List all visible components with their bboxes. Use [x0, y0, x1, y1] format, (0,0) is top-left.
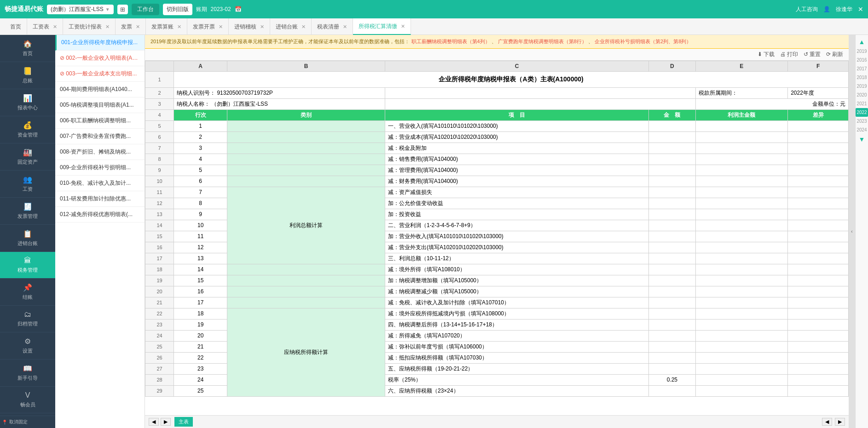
timeline-down-arrow[interactable]: ▼	[857, 134, 867, 144]
report-item-001[interactable]: 001-企业所得税年度纳税申报...	[55, 35, 145, 51]
spreadsheet-container[interactable]: A B C D E F 1 企业所得税年度纳税申报表（A类）主表(A100000…	[145, 61, 849, 416]
timeline-2023[interactable]: 2023	[856, 117, 868, 126]
tab-tax-list-close[interactable]: ✕	[343, 18, 347, 35]
sheet-prev-btn[interactable]: ◀	[149, 418, 159, 426]
report-item-004[interactable]: 004-期间费用明细表(A1040...	[55, 82, 145, 97]
tab-invoice-calc[interactable]: 发票算账 ✕	[146, 18, 187, 35]
sidebar-item-home[interactable]: 🏠 首页	[0, 35, 55, 62]
timeline-2024[interactable]: 2024	[856, 126, 868, 134]
table-row-7: 7 3 减：税金及附加	[145, 143, 849, 154]
sidebar-item-tax[interactable]: 🏛 税务管理	[0, 252, 55, 279]
sidebar-item-wages[interactable]: 👥 工资	[0, 171, 55, 198]
company-selector[interactable]: (勿删）江西服宝-LSS ▼	[47, 5, 114, 14]
report-item-012[interactable]: 012-减免所得税优惠明细表(...	[55, 207, 145, 223]
tab-wages[interactable]: 工资表 ✕	[27, 18, 63, 35]
cell-7d	[649, 143, 695, 154]
collapse-panel-btn[interactable]: ‹	[849, 35, 855, 428]
scroll-right-btn[interactable]: ▶	[835, 418, 845, 426]
report-item-006[interactable]: 006-职工薪酬纳税调整明细...	[55, 113, 145, 129]
sidebar-item-assets[interactable]: 🏭 固定资产	[0, 143, 55, 171]
sheet-nav: ◀ ▶	[149, 418, 171, 426]
report-item-008[interactable]: 008-资产折旧、摊销及纳税...	[55, 144, 145, 160]
tab-wages-close[interactable]: ✕	[53, 18, 57, 35]
tab-income-tax[interactable]: 所得税汇算清缴 ✕	[353, 18, 411, 35]
report-item-010[interactable]: 010-免税、减计收入及加计...	[55, 176, 145, 191]
sidebar: 🏠 首页 📒 总账 📊 报表中心 💰 资金管理 🏭 固定资产 👥 工资 🧾 发票…	[0, 35, 55, 428]
settings-icon: ⚙	[24, 337, 31, 346]
reset-icon: ↺	[804, 51, 808, 57]
download-button[interactable]: ⬇ 下载	[758, 51, 775, 58]
report-item-009[interactable]: 009-企业所得税补亏损明细...	[55, 160, 145, 176]
cell-14f	[788, 220, 849, 231]
tab-invoice-calc-close[interactable]: ✕	[177, 18, 181, 35]
cell-25c: 减：弥补以前年度亏损（填写A106000）	[385, 341, 648, 352]
tab-purchase-ledger[interactable]: 进销台账 ✕	[270, 18, 312, 35]
tab-invoice[interactable]: 发票 ✕	[116, 18, 146, 35]
timeline-up-arrow[interactable]: ▲	[857, 37, 867, 47]
warning-link-3[interactable]: 企业所得税补亏损明细表（第2列、第8列）	[595, 39, 691, 44]
cell-26a: 22	[174, 352, 227, 363]
cell-29f	[788, 385, 849, 396]
sidebar-item-sales-ledger[interactable]: 📋 进销台账	[0, 225, 55, 252]
report-item-003[interactable]: 003-一般企业成本支出明细...	[55, 66, 145, 82]
copy-icon-btn[interactable]: ⊞	[117, 5, 128, 14]
cell-29e	[695, 385, 788, 396]
close-window-icon[interactable]: ✕	[858, 6, 863, 13]
tab-purchase-verify-close[interactable]: ✕	[260, 18, 264, 35]
cell-11d	[649, 187, 695, 198]
ai-service[interactable]: 人工咨询	[796, 6, 818, 13]
timeline-2019b[interactable]: 2019	[856, 82, 868, 91]
reset-button[interactable]: ↺ 重置	[804, 51, 821, 58]
warning-link-1[interactable]: 职工薪酬纳税调整明细表（第4列）	[411, 39, 490, 44]
cancel-fixed-label: 取消固定	[9, 419, 28, 425]
cell-6f	[788, 131, 849, 143]
rownum-24: 24	[145, 330, 174, 341]
timeline-2020[interactable]: 2020	[856, 91, 868, 99]
sidebar-item-close-period[interactable]: 📌 结账	[0, 279, 55, 306]
timeline-2022[interactable]: 2022	[856, 108, 868, 117]
cancel-fixed-btn[interactable]: 📍 取消固定	[0, 416, 55, 428]
tab-home[interactable]: 首页	[5, 18, 27, 35]
warning-link-2[interactable]: 广宣费跑年度纳税调整明细表（第8行）	[498, 39, 587, 44]
report-item-005[interactable]: 005-纳税调整项目明细表(A1...	[55, 97, 145, 113]
sidebar-label-funds: 资金管理	[17, 131, 38, 138]
main-sheet-tab[interactable]: 主表	[174, 417, 193, 427]
sidebar-item-reports[interactable]: 📊 报表中心	[0, 89, 55, 116]
tab-invoice-open-close[interactable]: ✕	[219, 18, 223, 35]
tab-wages-stats-close[interactable]: ✕	[105, 18, 110, 35]
sidebar-item-archive[interactable]: 🗂 归档管理	[0, 306, 55, 332]
sidebar-item-guide[interactable]: 📖 新手引导	[0, 360, 55, 387]
timeline-2016[interactable]: 2016	[856, 56, 868, 64]
tab-purchase-verify[interactable]: 进销稽核 ✕	[229, 18, 270, 35]
refresh-button[interactable]: ⟳ 刷新	[826, 51, 843, 58]
timeline-2018[interactable]: 2018	[856, 73, 868, 82]
print-button[interactable]: 🖨 打印	[780, 51, 798, 58]
tab-invoice-open[interactable]: 发票开票 ✕	[187, 18, 229, 35]
sidebar-item-ledger[interactable]: 📒 总账	[0, 62, 55, 89]
sidebar-item-settings[interactable]: ⚙ 设置	[0, 332, 55, 360]
report-item-011[interactable]: 011-研发费用加计扣除优惠...	[55, 191, 145, 207]
report-item-007[interactable]: 007-广告费和业务宣传费跑...	[55, 129, 145, 144]
timeline-2021[interactable]: 2021	[856, 99, 868, 108]
timeline-2019[interactable]: 2019	[856, 47, 868, 56]
tab-income-tax-close[interactable]: ✕	[401, 18, 405, 34]
tab-tax-list[interactable]: 税表清册 ✕	[312, 18, 353, 35]
scroll-left-btn[interactable]: ◀	[822, 418, 832, 426]
report-item-002[interactable]: 002-一般企业收入明细表(A1...	[55, 51, 145, 66]
company-name: (勿删）江西服宝-LSS	[51, 6, 104, 13]
cell-8e	[695, 154, 788, 165]
tab-invoice-close[interactable]: ✕	[136, 18, 140, 35]
cell-8a: 4	[174, 154, 227, 165]
sidebar-item-member[interactable]: V 畅会员	[0, 387, 55, 413]
cell-25a: 21	[174, 341, 227, 352]
sidebar-item-funds[interactable]: 💰 资金管理	[0, 116, 55, 143]
tab-wages-stats[interactable]: 工资统计报表 ✕	[63, 18, 116, 35]
tab-purchase-ledger-close[interactable]: ✕	[301, 18, 306, 35]
timeline-2017[interactable]: 2017	[856, 64, 868, 73]
year-timeline: ▲ 2019 2016 2017 2018 2019 2020 2021 202…	[855, 35, 868, 428]
sidebar-item-invoice-mgmt[interactable]: 🧾 发票管理	[0, 198, 55, 225]
old-version-button[interactable]: 切到旧版	[163, 4, 192, 15]
sheet-next-btn[interactable]: ▶	[161, 418, 171, 426]
workbench-button[interactable]: 工作台	[132, 4, 159, 15]
taxpayer-id-value: 91320500703719732P	[217, 90, 272, 96]
